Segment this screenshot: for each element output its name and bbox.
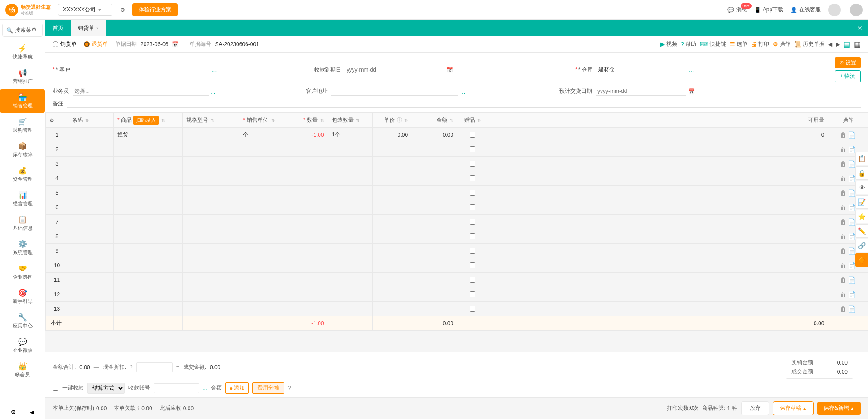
delete-row-icon[interactable]: 🗑 [840,218,846,226]
gift-checkbox[interactable] [470,132,475,138]
row-price-cell[interactable] [372,244,412,258]
gift-checkbox[interactable] [470,204,475,210]
row-amount-cell[interactable] [412,200,457,215]
row-barcode-cell[interactable] [68,142,114,157]
barcode-input[interactable] [72,277,110,283]
gift-checkbox[interactable] [470,190,475,196]
row-pkgqty-cell[interactable] [328,142,372,157]
settings-button[interactable]: ⊙ 设置 [835,57,861,68]
table-settings-icon[interactable]: ⚙ [49,117,54,124]
row-amount-cell[interactable] [412,229,457,244]
row-gift-cell[interactable] [457,157,488,171]
avatar[interactable] [828,4,841,16]
row-barcode-cell[interactable] [68,157,114,171]
row-price-cell[interactable] [372,229,412,244]
row-product-cell[interactable] [114,302,183,316]
barcode-input[interactable] [72,190,110,196]
row-spec-cell[interactable] [183,215,239,229]
delete-row-icon[interactable]: 🗑 [840,189,846,197]
copy-row-icon[interactable]: 📄 [848,218,856,226]
copy-row-icon[interactable]: 📄 [848,189,856,197]
row-gift-cell[interactable] [457,287,488,302]
row-qty-cell[interactable] [288,273,328,287]
copy-row-icon[interactable]: 📄 [848,131,856,139]
row-price-cell[interactable] [372,287,412,302]
layout-icon1[interactable]: ▤ [844,40,850,48]
row-barcode-cell[interactable] [68,229,114,244]
row-unit-cell[interactable] [239,287,288,302]
barcode-input[interactable] [72,204,110,211]
copy-row-icon[interactable]: 📄 [848,175,856,182]
row-spec-cell[interactable] [183,157,239,171]
row-qty-cell[interactable] [288,244,328,258]
row-qty-cell[interactable] [288,157,328,171]
discard-button[interactable]: 放弃 [741,401,769,415]
row-product-cell[interactable] [114,273,183,287]
row-barcode-cell[interactable] [68,171,114,186]
copy-row-icon[interactable]: 📄 [848,146,856,153]
row-product-cell[interactable] [114,215,183,229]
row-price-cell[interactable] [372,215,412,229]
tab-sales-order[interactable]: 销货单 × [71,20,106,36]
copy-row-icon[interactable]: 📄 [848,160,856,168]
account-dots[interactable]: ... [203,385,207,391]
row-spec-cell[interactable] [183,258,239,273]
row-pkgqty-cell[interactable] [328,200,372,215]
row-unit-cell[interactable] [239,229,288,244]
discount-help-icon[interactable]: ? [130,364,133,371]
row-pkgqty-cell[interactable] [328,258,372,273]
row-amount-cell[interactable] [412,186,457,200]
sidebar-item-wechat[interactable]: 💬 企业微信 [0,334,45,357]
barcode-input[interactable] [72,132,110,138]
quick-pay-checkbox[interactable] [53,385,58,391]
delete-row-icon[interactable]: 🗑 [840,131,846,139]
gift-checkbox[interactable] [470,306,475,312]
rfb-pen[interactable]: ✏️ [855,224,868,238]
row-pkgqty-cell[interactable] [328,171,372,186]
rfb-lock[interactable]: 🔒 [855,166,868,180]
help-button[interactable]: ? 帮助 [681,40,696,48]
gift-checkbox[interactable] [470,219,475,225]
row-amount-cell[interactable] [412,244,457,258]
select-button[interactable]: ☰ 选单 [730,40,747,48]
row-unit-cell[interactable] [239,258,288,273]
row-product-cell[interactable] [114,142,183,157]
row-spec-cell[interactable] [183,200,239,215]
rfb-link[interactable]: 🔗 [855,239,868,252]
sidebar-item-quick-nav[interactable]: ⚡ 快捷导航 [0,40,45,64]
row-amount-cell[interactable] [412,258,457,273]
print-button[interactable]: 🖨 打印 [751,40,769,48]
sidebar-item-appstore[interactable]: 🔧 应用中心 [0,309,45,333]
row-amount-cell[interactable] [412,142,457,157]
barcode-input[interactable] [72,233,110,240]
row-pkgqty-cell[interactable] [328,215,372,229]
warehouse-input[interactable] [596,66,687,74]
row-unit-cell[interactable] [239,215,288,229]
sidebar-item-purchase[interactable]: 🛒 采购管理 [0,114,45,137]
sidebar-item-marketing[interactable]: 📢 营销推广 [0,65,45,88]
row-amount-cell[interactable] [412,287,457,302]
sidebar-item-system[interactable]: ⚙️ 系统管理 [0,236,45,260]
rfb-view[interactable]: 👁 [855,181,868,194]
sidebar-item-search[interactable]: 🔍 搜索菜单 [2,24,43,37]
barcode-input[interactable] [72,175,110,182]
copy-row-icon[interactable]: 📄 [848,233,856,240]
row-price-cell[interactable] [372,200,412,215]
calendar-icon[interactable]: 📅 [172,41,179,48]
row-pkgqty-cell[interactable]: 1个 [328,128,372,142]
row-pkgqty-cell[interactable] [328,244,372,258]
barcode-input[interactable] [72,161,110,167]
row-qty-cell[interactable] [288,186,328,200]
row-unit-cell[interactable] [239,273,288,287]
customer-input[interactable] [74,66,210,74]
row-barcode-cell[interactable] [68,200,114,215]
customer-addr-dots[interactable]: ... [460,88,466,95]
sidebar-item-guide[interactable]: 🎯 新手引导 [0,285,45,308]
delete-row-icon[interactable]: 🗑 [840,175,846,182]
row-spec-cell[interactable] [183,229,239,244]
row-amount-cell[interactable] [412,171,457,186]
history-button[interactable]: 📜 历史单据 [794,40,824,48]
delete-row-icon[interactable]: 🗑 [840,204,846,211]
row-product-cell[interactable] [114,186,183,200]
gift-checkbox[interactable] [470,248,475,254]
